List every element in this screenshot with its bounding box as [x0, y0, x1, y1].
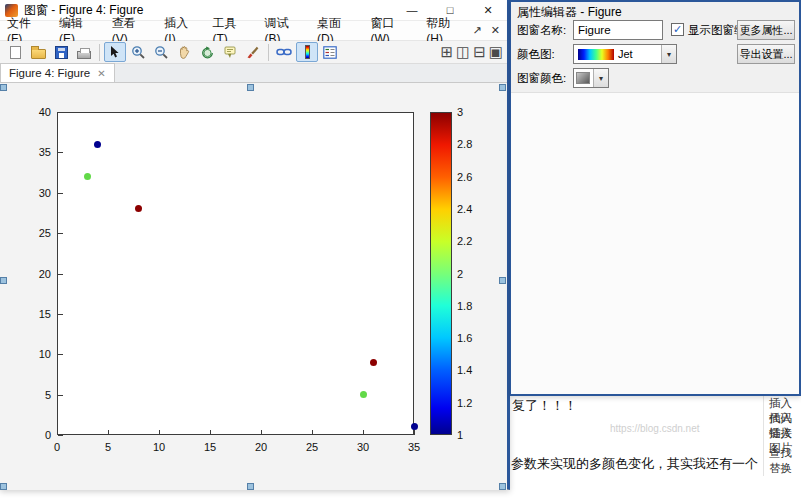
selection-handle[interactable]: [499, 483, 506, 490]
colorbar-tick-label: 2.6: [457, 171, 472, 183]
colorbar-tick-label: 1: [457, 429, 463, 441]
y-tick-mark: [58, 274, 63, 275]
figure-color-label: 图窗颜色:: [517, 68, 566, 88]
selection-handle[interactable]: [0, 483, 7, 490]
zoom-in-icon: [131, 45, 146, 60]
property-editor-title: 属性编辑器 - Figure: [517, 4, 622, 21]
print-button[interactable]: [73, 42, 95, 62]
tab-bar: Figure 4: Figure ✕: [0, 64, 507, 83]
y-tick-mark: [58, 233, 63, 234]
selection-handle[interactable]: [0, 277, 7, 284]
menu-insert[interactable]: 插入(I): [157, 21, 205, 40]
selection-handle[interactable]: [499, 84, 506, 91]
y-tick-label: 0: [25, 429, 51, 441]
colormap-value: Jet: [618, 48, 633, 60]
menu-desktop[interactable]: 桌面(D): [310, 21, 363, 40]
zoom-out-icon: [154, 45, 169, 60]
y-tick-label: 35: [25, 146, 51, 158]
figure-name-input[interactable]: [573, 20, 663, 40]
dock-icon[interactable]: ↗: [473, 24, 482, 37]
colorbar: [430, 112, 452, 435]
y-tick-label: 10: [25, 348, 51, 360]
x-tick-label: 10: [149, 441, 169, 453]
insert-legend-button[interactable]: [319, 42, 341, 62]
y-tick-mark: [58, 354, 63, 355]
menu-window[interactable]: 窗口(W): [363, 21, 419, 40]
colorbar-tick-label: 3: [457, 106, 463, 118]
print-icon: [77, 51, 91, 59]
colorbar-tick-label: 1.8: [457, 300, 472, 312]
zoom-in-button[interactable]: [127, 42, 149, 62]
layout-grid-icon[interactable]: ⊞: [440, 42, 453, 62]
link-plots-button[interactable]: [273, 42, 295, 62]
insert-colorbar-button[interactable]: [296, 42, 318, 62]
screen: 复了！！！ 插入代码 插入链接 插入图片 查找 替换 https://blog.…: [0, 0, 801, 500]
colormap-dropdown[interactable]: Jet ▾: [573, 44, 677, 64]
menu-view[interactable]: 查看(V): [105, 21, 158, 40]
y-tick-mark: [58, 314, 63, 315]
x-tick-mark: [363, 430, 364, 435]
menu-item-insert-image[interactable]: 插入图片: [769, 426, 801, 441]
colorbar-icon: [305, 45, 310, 59]
save-button[interactable]: [50, 42, 72, 62]
figure-color-dropdown[interactable]: ▾: [573, 68, 609, 88]
open-file-button[interactable]: [27, 42, 49, 62]
y-tick-mark: [58, 193, 63, 194]
brush-button[interactable]: [242, 42, 264, 62]
export-settings-button[interactable]: 导出设置...: [737, 44, 795, 64]
menubar-corner-controls: ↗ ✕: [473, 24, 507, 37]
show-figure-number-checkbox[interactable]: ✓: [671, 23, 684, 36]
y-tick-label: 40: [25, 106, 51, 118]
selection-handle[interactable]: [247, 84, 254, 91]
colorbar-tick-label: 1.4: [457, 364, 472, 376]
webpage-paragraph: 参数来实现的多颜色变化，其实我还有一个: [511, 455, 801, 473]
y-tick-mark: [58, 112, 63, 113]
menu-item-insert-code[interactable]: 插入代码: [769, 396, 801, 411]
x-tick-mark: [159, 430, 160, 435]
menubar-close-icon[interactable]: ✕: [491, 24, 500, 37]
x-tick-label: 20: [251, 441, 271, 453]
figure-window: 图窗 - Figure 4: Figure — □ ✕ 文件(F) 编辑(E) …: [0, 0, 510, 490]
menu-help[interactable]: 帮助(H): [419, 21, 472, 40]
layout-float-icon[interactable]: ▣: [489, 42, 503, 62]
y-tick-label: 15: [25, 308, 51, 320]
color-swatch-icon: [576, 72, 590, 84]
data-cursor-button[interactable]: [219, 42, 241, 62]
y-tick-mark: [58, 395, 63, 396]
scatter-point: [360, 391, 367, 398]
plot-axes: [57, 112, 414, 435]
layout-vertical-split-icon[interactable]: ◫: [456, 42, 470, 62]
figure-name-label: 图窗名称:: [517, 20, 566, 40]
new-document-icon: [10, 46, 21, 59]
layout-horizontal-split-icon[interactable]: ⊟: [473, 42, 486, 62]
menu-debug[interactable]: 调试(B): [257, 21, 310, 40]
selection-handle[interactable]: [499, 277, 506, 284]
new-figure-button[interactable]: [4, 42, 26, 62]
watermark-text: https://blog.csdn.net: [610, 423, 700, 434]
rotate-3d-button[interactable]: [196, 42, 218, 62]
menu-item-insert-link[interactable]: 插入链接: [769, 411, 801, 426]
x-tick-label: 25: [302, 441, 322, 453]
x-tick-label: 5: [98, 441, 118, 453]
tab-close-icon[interactable]: ✕: [97, 68, 105, 79]
jet-colormap-preview-icon: [578, 49, 614, 60]
pan-button[interactable]: [173, 42, 195, 62]
menu-file[interactable]: 文件(F): [0, 21, 52, 40]
x-tick-label: 35: [404, 441, 424, 453]
x-tick-label: 30: [353, 441, 373, 453]
scatter-point: [370, 359, 377, 366]
property-editor-panel: 属性编辑器 - Figure 图窗名称: ✓ 显示图窗编号 更多属性... 颜色…: [510, 0, 801, 396]
tab-figure-4[interactable]: Figure 4: Figure ✕: [0, 63, 115, 82]
close-button[interactable]: ✕: [469, 0, 507, 20]
x-tick-label: 0: [47, 441, 67, 453]
y-tick-mark: [58, 152, 63, 153]
zoom-out-button[interactable]: [150, 42, 172, 62]
x-tick-mark: [312, 430, 313, 435]
menu-edit[interactable]: 编辑(E): [52, 21, 105, 40]
menu-tools[interactable]: 工具(T): [205, 21, 257, 40]
edit-plot-button[interactable]: [104, 42, 126, 62]
more-properties-button[interactable]: 更多属性...: [737, 20, 795, 40]
selection-handle[interactable]: [0, 84, 7, 91]
y-tick-label: 5: [25, 389, 51, 401]
selection-handle[interactable]: [247, 483, 254, 490]
